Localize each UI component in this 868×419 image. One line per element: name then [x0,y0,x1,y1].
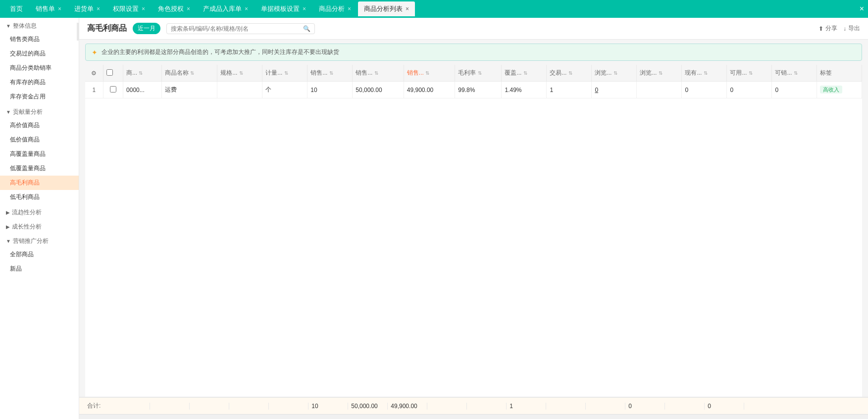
sort-icon-transactions: ⇅ [568,70,572,76]
close-tab-roles[interactable]: × [187,5,190,12]
nav-finished-goods[interactable]: 产成品入库单 × [197,1,254,16]
sidebar-item-high-coverage[interactable]: 高覆盖量商品 [0,147,79,161]
sort-icon-stock-available: ⇅ [749,70,753,76]
sort-icon-sales-qty: ⇅ [329,70,333,76]
share-button[interactable]: ⬆ 分享 [818,24,837,33]
footer-spacer10 [665,403,705,410]
footer-row: 合计: 10 50,000.00 49,900.00 1 0 0 [79,397,868,414]
footer-stock-sellable: 0 [705,403,744,410]
nav-purchase[interactable]: 进货单 × [68,1,106,16]
nav-product-analysis-list[interactable]: 商品分析列表 × [358,1,415,16]
sidebar-item-traded-goods[interactable]: 交易过的商品 [0,47,79,61]
nav-roles[interactable]: 角色授权 × [152,1,196,16]
close-tab-purchase[interactable]: × [97,5,100,12]
close-tab-permissions[interactable]: × [142,5,145,12]
nav-permissions[interactable]: 权限设置 × [107,1,151,16]
sidebar-item-sales-goods[interactable]: 销售类商品 [0,32,79,47]
col-stock-sellable[interactable]: 可销... ⇅ [772,65,817,82]
footer-stock-current: 0 [625,403,665,410]
sidebar-section-growth[interactable]: ▶ 成长性分析 [0,219,79,233]
row-views2 [637,82,682,98]
sidebar-item-low-margin[interactable]: 低毛利商品 [0,190,79,204]
sort-icon-views2: ⇅ [659,70,663,76]
sidebar: 《 ▼ 整体信息 销售类商品 交易过的商品 商品分类助销率 有库存的商品 库存资… [0,18,79,419]
sidebar-item-low-value[interactable]: 低价值商品 [0,133,79,147]
row-views1[interactable]: 0 [592,82,637,98]
col-checkbox[interactable] [103,65,123,82]
col-settings[interactable]: ⚙ [85,65,103,82]
row-index: 1 [85,82,103,98]
col-unit[interactable]: 计量... ⇅ [262,65,307,82]
nav-template-settings[interactable]: 单据模板设置 × [255,1,312,16]
col-coverage[interactable]: 覆盖... ⇅ [502,65,547,82]
nav-sales[interactable]: 销售单 × [30,1,67,16]
window-close-button[interactable]: × [860,4,864,13]
footer-spacer5 [269,403,308,410]
footer-spacer8 [546,403,586,410]
footer-label: 合计: [87,402,101,410]
row-stock-sellable: 0 [772,82,817,98]
col-views2[interactable]: 浏览... ⇅ [637,65,682,82]
sidebar-section-overall[interactable]: ▼ 整体信息 [0,18,79,32]
select-all-checkbox[interactable] [106,69,113,76]
sidebar-section-flow[interactable]: ▶ 流趋性分析 [0,204,79,219]
row-sales-amount: 50,000.00 [353,82,404,98]
sort-icon-spec: ⇅ [239,70,243,76]
col-tag[interactable]: 标签 [817,65,862,82]
col-code[interactable]: 商... ⇅ [123,65,162,82]
sort-icon-views1: ⇅ [613,70,617,76]
col-transactions[interactable]: 交易... ⇅ [547,65,592,82]
sidebar-section-contribution[interactable]: ▼ 贡献量分析 [0,104,79,118]
row-checkbox-cell[interactable] [103,82,123,98]
sidebar-toggle[interactable]: 《 [77,23,79,41]
search-icon[interactable]: 🔍 [303,25,310,32]
col-sales-qty[interactable]: 销售... ⇅ [307,65,353,82]
close-tab-sales[interactable]: × [58,5,61,12]
col-name[interactable]: 商品名称 ⇅ [161,65,217,82]
sidebar-item-category-rate[interactable]: 商品分类助销率 [0,61,79,75]
close-tab-analysis-list[interactable]: × [406,5,409,12]
col-views1[interactable]: 浏览... ⇅ [592,65,637,82]
footer-spacer4 [229,403,269,410]
col-stock-available[interactable]: 可用... ⇅ [727,65,772,82]
footer-values: 10 50,000.00 49,900.00 1 0 0 [110,403,860,410]
horizontal-scrollbar[interactable] [79,414,868,419]
sidebar-section-marketing[interactable]: ▼ 营销推广分析 [0,233,79,247]
sidebar-item-low-coverage[interactable]: 低覆盖量商品 [0,161,79,176]
col-gross-rate[interactable]: 毛利率 ⇅ [455,65,502,82]
col-stock-current[interactable]: 现有... ⇅ [682,65,727,82]
row-gross-rate: 99.8% [455,82,502,98]
sidebar-item-high-margin[interactable]: 高毛利商品 [0,176,79,190]
col-sales-profit[interactable]: 销售... ⇅ [404,65,455,82]
sidebar-item-all-goods[interactable]: 全部商品 [0,247,79,262]
share-icon: ⬆ [818,25,823,32]
sidebar-item-in-stock[interactable]: 有库存的商品 [0,75,79,90]
col-spec[interactable]: 规格... ⇅ [217,65,262,82]
col-sales-amount[interactable]: 销售... ⇅ [353,65,404,82]
content-area: 高毛利商品 近一月 🔍 ⬆ 分享 ↓ 导出 ✦ 企业的主要的利润都是这部分商品创… [79,18,868,419]
section-arrow-marketing: ▼ [6,238,11,244]
row-transactions: 1 [547,82,592,98]
search-input[interactable] [171,25,303,32]
close-tab-template[interactable]: × [303,5,306,12]
sidebar-item-new-goods[interactable]: 新品 [0,262,79,276]
row-tag: 高收入 [817,82,862,98]
row-code: 0000... [123,82,162,98]
nav-home[interactable]: 首页 [4,1,29,16]
filter-button[interactable]: 近一月 [133,23,160,34]
row-spec [217,82,262,98]
sidebar-item-high-value[interactable]: 高价值商品 [0,118,79,133]
table-container[interactable]: ⚙ 商... ⇅ 商品名称 ⇅ 规格... ⇅ [85,65,862,397]
nav-product-analysis[interactable]: 商品分析 × [313,1,357,16]
footer-spacer6 [427,403,467,410]
footer-transactions: 1 [507,403,546,410]
row-sales-qty: 10 [307,82,353,98]
row-checkbox[interactable] [110,86,116,93]
close-tab-finished-goods[interactable]: × [245,5,248,12]
footer-spacer2 [150,403,190,410]
sidebar-item-stock-capital[interactable]: 库存资金占用 [0,90,79,104]
close-tab-analysis[interactable]: × [348,5,351,12]
section-arrow-overall: ▼ [6,23,11,29]
export-button[interactable]: ↓ 导出 [843,24,860,33]
sort-icon-coverage: ⇅ [523,70,527,76]
